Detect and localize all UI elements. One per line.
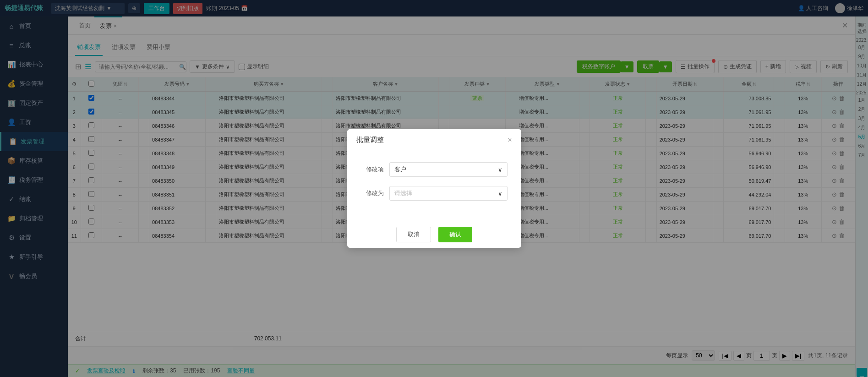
- value-select[interactable]: 请选择 ∨: [389, 186, 508, 201]
- modal-close-btn[interactable]: ×: [508, 136, 512, 144]
- modal-confirm-btn[interactable]: 确认: [438, 227, 472, 242]
- field-label: 修改项: [361, 165, 384, 174]
- batch-adjust-modal: 批量调整 × 修改项 客户 ∨ 修改为 请选择 ∨ 取消 确认: [347, 129, 521, 248]
- field-select-value: 客户: [394, 165, 406, 174]
- modal-overlay: 批量调整 × 修改项 客户 ∨ 修改为 请选择 ∨ 取消 确认: [0, 0, 868, 377]
- value-select-placeholder: 请选择: [394, 189, 412, 197]
- field-select-chevron-icon: ∨: [498, 166, 502, 173]
- modal-cancel-btn[interactable]: 取消: [396, 227, 431, 242]
- field-select[interactable]: 客户 ∨: [389, 162, 508, 177]
- value-label: 修改为: [361, 189, 384, 197]
- modal-title: 批量调整: [356, 136, 384, 144]
- value-select-chevron-icon: ∨: [498, 190, 502, 197]
